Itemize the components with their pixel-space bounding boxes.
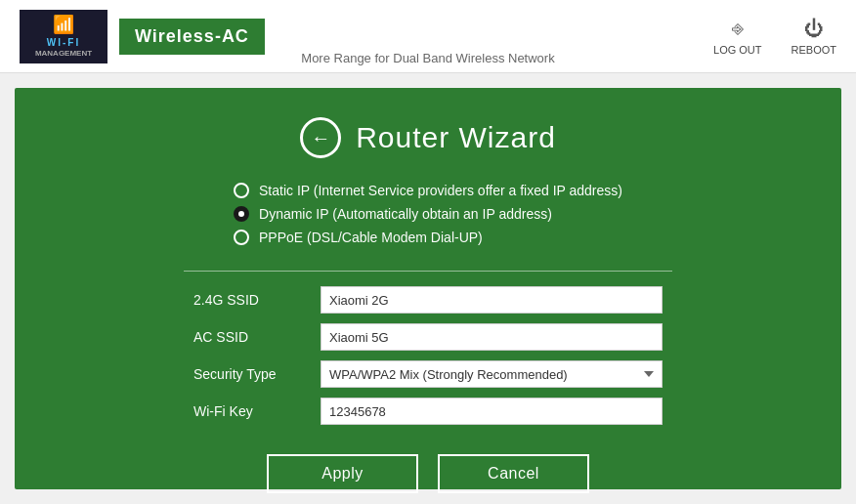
label-ac-ssid: AC SSID [193, 329, 321, 345]
button-row: Apply Cancel [267, 454, 589, 493]
form-row-security: Security Type WPA/WPA2 Mix (Strongly Rec… [193, 360, 663, 388]
header: 📶 WI‑FI MANAGEMENT Wireless-AC More Rang… [0, 0, 856, 73]
logout-label: LOG OUT [713, 44, 762, 56]
form-row-wifi-key: Wi-Fi Key [193, 398, 663, 425]
section-divider [184, 271, 672, 272]
apply-button[interactable]: Apply [267, 454, 418, 493]
title-row: ← Router Wizard [300, 117, 556, 158]
radio-dynamic-ip[interactable]: Dynamic IP (Automatically obtain an IP a… [234, 206, 622, 222]
label-security-type: Security Type [193, 366, 321, 382]
form-row-ac-ssid: AC SSID [193, 323, 663, 351]
radio-dot-pppoe [234, 230, 249, 245]
logout-icon: ⎆ [732, 18, 744, 40]
reboot-button[interactable]: ⏻ REBOOT [792, 18, 836, 56]
input-ssid-24g[interactable] [321, 286, 663, 314]
logo-box: 📶 WI‑FI MANAGEMENT [20, 10, 107, 63]
radio-label-dynamic: Dynamic IP (Automatically obtain an IP a… [259, 206, 552, 222]
label-wifi-key: Wi-Fi Key [193, 403, 321, 419]
label-ssid-24g: 2.4G SSID [193, 292, 321, 308]
back-icon: ← [311, 127, 330, 149]
cancel-button[interactable]: Cancel [438, 454, 589, 493]
input-wifi-key[interactable] [321, 398, 663, 425]
input-ac-ssid[interactable] [321, 323, 663, 351]
logout-button[interactable]: ⎆ LOG OUT [713, 18, 762, 56]
radio-group: Static IP (Internet Service providers of… [234, 183, 622, 253]
logo-area: 📶 WI‑FI MANAGEMENT Wireless-AC [20, 10, 265, 63]
reboot-label: REBOOT [792, 44, 836, 56]
logo-wifi: 📶 WI‑FI MANAGEMENT [35, 14, 92, 60]
radio-pppoe[interactable]: PPPoE (DSL/Cable Modem Dial-UP) [234, 230, 622, 245]
radio-dot-static [234, 183, 249, 198]
reboot-icon: ⏻ [804, 18, 824, 40]
form-area: 2.4G SSID AC SSID Security Type WPA/WPA2… [193, 286, 663, 435]
radio-label-static: Static IP (Internet Service providers of… [259, 183, 622, 198]
back-button[interactable]: ← [300, 117, 341, 158]
header-subtitle: More Range for Dual Band Wireless Networ… [301, 51, 554, 65]
header-actions: ⎆ LOG OUT ⏻ REBOOT [713, 18, 836, 56]
radio-label-pppoe: PPPoE (DSL/Cable Modem Dial-UP) [259, 230, 483, 245]
radio-dot-dynamic [234, 206, 249, 222]
wizard-title: Router Wizard [356, 121, 556, 154]
brand-label: Wireless-AC [119, 19, 265, 55]
select-security-type[interactable]: WPA/WPA2 Mix (Strongly Recommended) WPA2… [321, 360, 663, 388]
form-row-ssid-24g: 2.4G SSID [193, 286, 663, 314]
main-content: ← Router Wizard Static IP (Internet Serv… [15, 88, 841, 489]
radio-static-ip[interactable]: Static IP (Internet Service providers of… [234, 183, 622, 198]
